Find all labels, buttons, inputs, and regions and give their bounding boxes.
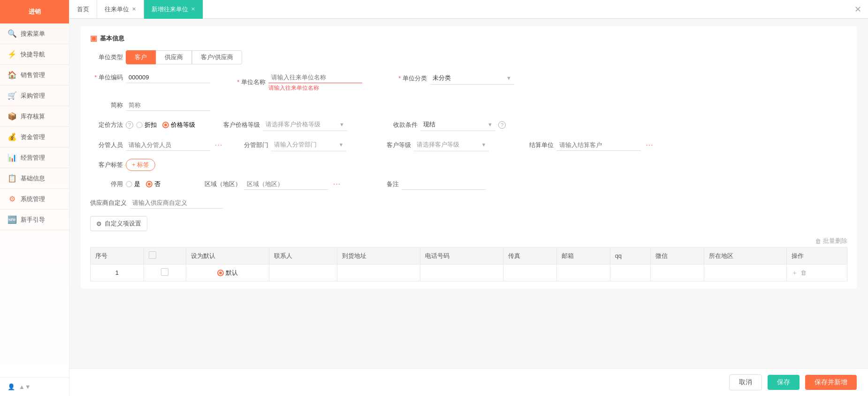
radio-price-level-circle [162, 122, 169, 128]
customer-level-field: 客户等级 请选择客户等级 ▼ [378, 139, 510, 151]
lightning-icon: ⚡ [8, 50, 17, 59]
pricing-method-label: 定价方法 [90, 121, 123, 129]
pricing-help-icon[interactable]: ? [126, 121, 133, 129]
region-dots-btn[interactable]: ··· [331, 180, 343, 188]
radio-yes[interactable]: 是 [126, 180, 140, 188]
payment-terms-arrow-icon: ▼ [487, 122, 493, 127]
header-checkbox[interactable] [149, 251, 156, 259]
search-icon: 🔍 [8, 29, 17, 38]
payment-terms-help-icon[interactable]: ? [498, 121, 506, 129]
add-tag-label: + 标签 [132, 161, 149, 169]
cancel-button[interactable]: 取消 [729, 374, 762, 390]
department-arrow-icon: ▼ [338, 142, 343, 148]
customer-price-level-placeholder: 请选择客户价格等级 [266, 120, 320, 129]
tags-field: 客户标签 + 标签 [90, 159, 221, 171]
row-qq [610, 264, 650, 281]
row-fax [503, 264, 556, 281]
col-seq: 序号 [91, 248, 144, 264]
radio-yes-circle [126, 181, 132, 187]
col-qq: qq [610, 248, 650, 264]
unit-code-input[interactable] [126, 72, 210, 83]
row-checkbox[interactable] [161, 268, 168, 276]
sidebar-item-basic[interactable]: 📋 基础信息 [0, 168, 69, 189]
tab-home[interactable]: 首页 [69, 0, 97, 19]
row-contact [269, 264, 337, 281]
tab-new-partner-label: 新增往来单位 [152, 5, 188, 14]
type-btn-both[interactable]: 客户/供应商 [192, 50, 242, 64]
manager-row: 分管人员 ··· 分管部门 请输入分管部门 ▼ 客户等级 请选择客户等级 ▼ [90, 139, 847, 151]
radio-discount-label: 折扣 [145, 121, 157, 129]
sidebar-item-guide[interactable]: 🆕 新手引导 [0, 210, 69, 230]
department-placeholder: 请输入分管部门 [274, 140, 317, 149]
manager-field: 分管人员 ··· [90, 140, 224, 151]
row-default-radio[interactable]: 默认 [191, 269, 264, 277]
payment-terms-value: 现结 [423, 120, 435, 129]
tab-partners[interactable]: 往来单位 ✕ [97, 0, 144, 19]
save-new-button[interactable]: 保存并新增 [805, 375, 857, 390]
tab-partners-close-icon[interactable]: ✕ [132, 6, 136, 12]
radio-discount[interactable]: 折扣 [136, 121, 157, 129]
disabled-field: 停用 是 否 [90, 180, 193, 188]
tab-new-partner[interactable]: 新增往来单位 ✕ [144, 0, 203, 19]
tab-bar-close-button[interactable]: ✕ [848, 0, 868, 18]
department-select[interactable]: 请输入分管部门 ▼ [271, 139, 346, 151]
type-btn-group: 客户 供应商 客户/供应商 [126, 50, 242, 64]
supplier-custom-input[interactable] [129, 197, 223, 209]
settlement-input[interactable] [556, 140, 641, 151]
batch-delete-area: 🗑 批量删除 [90, 237, 847, 245]
section-title-text: 基本信息 [100, 34, 124, 43]
type-btn-customer[interactable]: 客户 [126, 50, 156, 64]
radio-price-level[interactable]: 价格等级 [162, 121, 195, 129]
radio-no[interactable]: 否 [146, 180, 160, 188]
manager-dots-btn[interactable]: ··· [213, 141, 224, 149]
customer-level-select[interactable]: 请选择客户等级 ▼ [414, 139, 489, 151]
unit-name-error: 请输入往来单位名称 [268, 84, 319, 92]
batch-delete-label[interactable]: 批量删除 [823, 237, 847, 245]
radio-discount-circle [136, 122, 143, 128]
remarks-input[interactable] [402, 179, 486, 190]
customer-price-level-select[interactable]: 请选择客户价格等级 ▼ [263, 118, 347, 131]
unit-category-select[interactable]: 未分类 ▼ [430, 72, 514, 85]
settlement-dots-btn[interactable]: ··· [644, 141, 655, 149]
disabled-radio-group: 是 否 [126, 180, 160, 188]
sidebar-item-quicknav[interactable]: ⚡ 快捷导航 [0, 44, 69, 65]
unit-name-input[interactable] [268, 72, 362, 83]
sidebar-item-finance[interactable]: 💰 资金管理 [0, 127, 69, 148]
short-name-input[interactable] [126, 100, 210, 111]
customer-level-arrow-icon: ▼ [481, 142, 486, 148]
sidebar-item-sales[interactable]: 🏠 销售管理 [0, 65, 69, 85]
unit-category-field: 单位分类 未分类 ▼ [394, 72, 535, 85]
region-label: 区域（地区） [205, 180, 241, 188]
row-phone [420, 264, 503, 281]
sidebar-item-label: 销售管理 [21, 71, 45, 79]
sidebar-item-purchase[interactable]: 🛒 采购管理 [0, 85, 69, 106]
sidebar-item-label: 基础信息 [21, 174, 45, 183]
col-email: 邮箱 [556, 248, 610, 264]
row-add-icon[interactable]: ＋ [792, 269, 798, 277]
radio-no-circle [146, 181, 152, 187]
sidebar-item-system[interactable]: ⚙ 系统管理 [0, 189, 69, 210]
type-btn-supplier[interactable]: 供应商 [156, 50, 192, 64]
sidebar-item-search[interactable]: 🔍 搜索菜单 [0, 23, 69, 44]
supplier-custom-label: 供应商自定义 [90, 199, 127, 207]
customer-price-level-field: 客户价格等级 请选择客户价格等级 ▼ [223, 118, 373, 131]
code-name-category-row: 单位编码 单位名称 请输入往来单位名称 单位分类 未分类 ▼ [90, 72, 847, 92]
save-button[interactable]: 保存 [768, 375, 799, 390]
custom-settings-button[interactable]: ⚙ 自定义项设置 [90, 216, 147, 231]
money-icon: 💰 [8, 132, 17, 141]
unit-code-label: 单位编码 [90, 73, 123, 82]
short-name-row: 简称 [90, 100, 847, 111]
pricing-radio-group: 折扣 价格等级 [136, 121, 195, 129]
sidebar-item-label: 新手引导 [21, 216, 45, 224]
payment-terms-select[interactable]: 现结 ▼ [420, 118, 495, 131]
sidebar-item-inventory[interactable]: 📦 库存核算 [0, 106, 69, 127]
row-delete-icon[interactable]: 🗑 [800, 269, 807, 276]
add-tag-button[interactable]: + 标签 [126, 159, 155, 171]
row-default-cell: 默认 [186, 264, 269, 281]
pricing-method-field: 定价方法 ? 折扣 价格等级 [90, 121, 212, 129]
manager-input[interactable] [126, 140, 210, 151]
tab-new-partner-close-icon[interactable]: ✕ [191, 6, 195, 12]
sidebar-item-operations[interactable]: 📊 经营管理 [0, 148, 69, 168]
col-phone: 电话号码 [420, 248, 503, 264]
region-input[interactable] [244, 179, 328, 190]
